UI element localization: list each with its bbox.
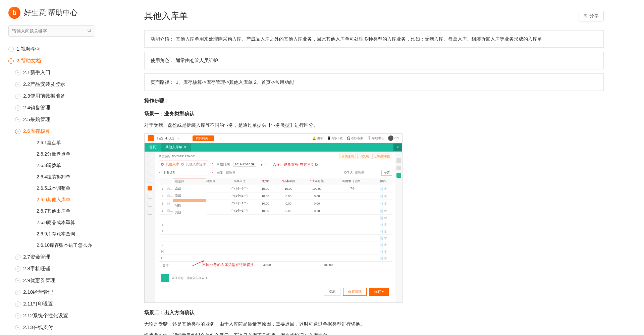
table-row[interactable]: 6📄 🗑 <box>159 221 392 228</box>
logo: b 好生意 帮助中心 <box>8 7 95 19</box>
table-row[interactable]: 10📄 🗑 <box>159 248 392 255</box>
top-avatar[interactable]: CC <box>388 135 399 141</box>
type-switch-box: 其他入库 其他入库退库 <box>159 161 208 168</box>
nav-2-8[interactable]: 2.8手机旺铺 <box>15 263 95 275</box>
plus-icon <box>15 94 20 99</box>
nav-2-6-7[interactable]: 2.6.7其他出库单 <box>29 206 95 217</box>
save-button[interactable]: 保存 ▾ <box>369 288 389 296</box>
plus-icon <box>15 82 20 87</box>
rail-icon[interactable] <box>148 170 152 174</box>
nav-2-4[interactable]: 2.4销售管理 <box>15 102 95 114</box>
buy-button[interactable]: 我要购买→ <box>193 135 214 141</box>
dd-item[interactable]: 受赠 <box>173 192 206 199</box>
side-icon[interactable] <box>396 158 401 163</box>
nav-2-5[interactable]: 2.5采购管理 <box>15 114 95 125</box>
nav-2-6-4[interactable]: 2.6.4组装拆卸单 <box>29 171 95 183</box>
nav-2-1[interactable]: 2.1新手入门 <box>15 67 95 78</box>
table-row[interactable]: 8📄 🗑 <box>159 235 392 241</box>
scene2-text1: 无论是受赠，还是其他类型的业务，由于入库商品质量等原因，需要退回，这时可通过单据… <box>144 320 604 328</box>
nav-2-6[interactable]: 2.6库存核算 <box>15 125 95 137</box>
nav-2-6-9[interactable]: 2.6.9库存账本查询 <box>29 228 95 240</box>
radio-return[interactable] <box>181 163 184 166</box>
rail-icon[interactable] <box>148 178 152 182</box>
nav-2-6-3[interactable]: 2.6.3调拨单 <box>29 160 95 171</box>
side-icon[interactable] <box>396 173 401 178</box>
share-icon: ⇱ <box>584 13 588 19</box>
nav-2-7[interactable]: 2.7资金管理 <box>15 251 95 263</box>
nav-2-3[interactable]: 2.3使用前数据准备 <box>15 90 95 102</box>
dd-item[interactable]: 盘盈 <box>173 185 206 192</box>
logo-text: 好生意 帮助中心 <box>24 8 77 18</box>
nav-video[interactable]: 1.视频学习 <box>8 43 95 55</box>
left-rail <box>145 152 155 302</box>
top-app[interactable]: 📱 App下载 <box>327 136 343 141</box>
quick-fill-button[interactable]: ⚡快速填 <box>339 154 356 159</box>
date-input[interactable]: 2019-12-26 📅 <box>233 162 257 167</box>
nav-docs[interactable]: 2.帮助文档 <box>8 55 95 67</box>
top-msg[interactable]: 🔔 消息 <box>312 136 323 141</box>
scene1-text: 对于受赠、盘盈或是拆装入库等不同的业务，是通过单据头【业务类型】进行区分。 <box>144 121 604 129</box>
rail-icon[interactable] <box>148 154 152 158</box>
nav-2-6-8[interactable]: 2.6.8商品成本重算 <box>29 217 95 228</box>
plus-icon <box>8 47 14 52</box>
logo-icon: b <box>8 7 20 19</box>
nav-2-6-10[interactable]: 2.6.10库存账本错了怎么办 <box>29 240 95 251</box>
nav-2-6-2[interactable]: 2.6.2分量盘点单 <box>29 149 95 160</box>
search-input[interactable] <box>8 25 95 37</box>
table-row[interactable]: 9📄 🗑 <box>159 241 392 248</box>
plus-icon <box>15 105 20 111</box>
rail-icon[interactable] <box>148 186 152 190</box>
side-icon[interactable] <box>396 166 401 170</box>
invoice-button[interactable]: 专票 <box>381 170 392 176</box>
radio-in[interactable] <box>161 163 164 166</box>
dd-item[interactable]: 切换 <box>173 202 206 209</box>
tab-home[interactable]: 首页 <box>145 143 161 152</box>
mini-logo-icon <box>148 135 154 141</box>
rail-icon[interactable] <box>148 194 152 199</box>
info-role: 使用角色：通常由仓管人员维护 <box>144 52 604 69</box>
plus-icon <box>15 278 20 283</box>
nav-2-2[interactable]: 2.2产品安装及登录 <box>15 78 95 90</box>
nav-2-12[interactable]: 2.12系统个性化设置 <box>15 310 95 322</box>
top-help[interactable]: ❓ 帮助中心 <box>367 136 384 141</box>
embedded-screenshot: TEST-H002 ▾ 我要购买→ 🔔 消息 📱 App下载 🎧 在线客服 ❓ … <box>144 133 402 303</box>
top-service[interactable]: 🎧 在线客服 <box>347 136 364 141</box>
table-row[interactable]: 7📄 🗑 <box>159 228 392 235</box>
scene2-text2: 退库业务中，明细数量均以负值红色展示。无论是入库还是退库，库存账均记在入库方向。 <box>144 331 604 335</box>
nav-2-11[interactable]: 2.11打印设置 <box>15 298 95 310</box>
nav-2-6-1[interactable]: 2.6.1盘点单 <box>29 137 95 149</box>
page-title: 其他入库单 <box>144 10 188 22</box>
nav-2-10[interactable]: 2.10经营管理 <box>15 286 95 298</box>
biztype-select[interactable] <box>179 171 209 175</box>
tabs-close-icon[interactable]: × <box>393 144 402 151</box>
arrow-icon: ⟵ <box>261 161 268 168</box>
plus-icon <box>15 301 20 307</box>
nav-2-14[interactable]: 2.14常见问题 <box>15 333 95 335</box>
share-button[interactable]: ⇱ 分享 <box>579 11 604 21</box>
rail-icon[interactable] <box>148 210 152 215</box>
scene1-heading: 场景一：业务类型确认 <box>144 111 604 117</box>
plus-icon <box>15 70 20 75</box>
dd-item[interactable] <box>173 199 206 202</box>
cancel-button[interactable]: 取消 <box>324 288 340 296</box>
search-icon[interactable] <box>87 28 92 34</box>
dd-item[interactable]: 其他 <box>173 209 206 216</box>
biztype-dropdown: 请选择 盘盈 受赠 切换 其他 <box>173 178 206 216</box>
nav-2-9[interactable]: 2.9优惠券管理 <box>15 275 95 286</box>
annotation-2: 不同业务的入库类型在这里切换 <box>202 262 254 267</box>
nav-2-6-6[interactable]: 2.6.6其他入库单 <box>29 194 95 206</box>
save-draft-button[interactable]: 保存草稿 <box>343 288 367 296</box>
minus-icon <box>15 129 20 134</box>
copy-button[interactable]: 📋复制 <box>357 154 371 159</box>
plus-icon <box>15 255 20 260</box>
tab-other-in[interactable]: 其他入库单× <box>161 143 191 152</box>
note-input[interactable] <box>186 276 390 280</box>
search-box <box>8 25 95 37</box>
history-button[interactable]: 🕘历史单据 <box>372 154 392 159</box>
steps-heading: 操作步骤： <box>144 98 604 104</box>
nav-2-13[interactable]: 2.13在线支付 <box>15 322 95 333</box>
plus-icon <box>15 266 20 272</box>
rail-icon[interactable] <box>148 162 152 166</box>
rail-icon[interactable] <box>148 202 152 207</box>
nav-2-6-5[interactable]: 2.6.5成本调整单 <box>29 183 95 194</box>
